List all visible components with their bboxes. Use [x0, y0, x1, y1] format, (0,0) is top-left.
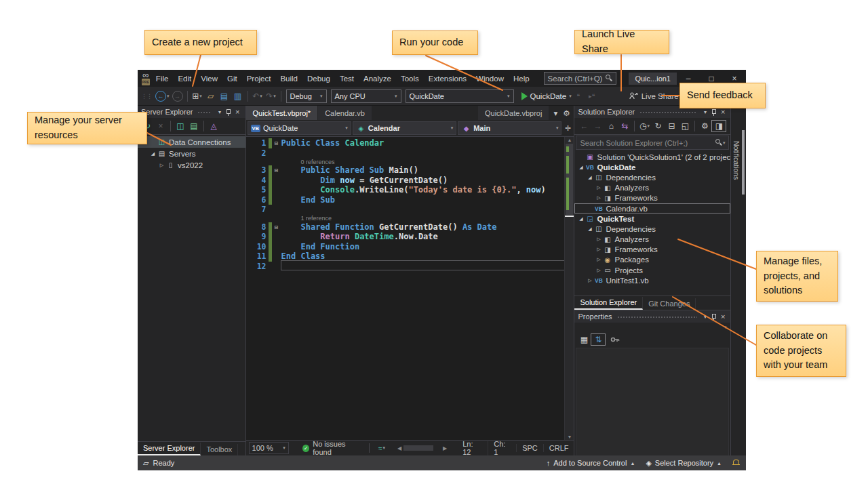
collapsed-arrow-icon[interactable]: ▷: [158, 163, 165, 168]
window-position-chevron-icon[interactable]: ▾: [704, 314, 707, 320]
menu-item-analyze[interactable]: Analyze: [359, 72, 396, 85]
hot-reload-icon[interactable]: ❝: [573, 90, 584, 102]
outlining-collapse-icon[interactable]: ⊟: [272, 167, 281, 174]
issues-label[interactable]: No issues found: [313, 440, 363, 456]
collapsed-arrow-icon[interactable]: ▷: [595, 195, 602, 201]
tree-item-vs2022[interactable]: ▷▯vs2022: [138, 159, 245, 171]
menu-item-edit[interactable]: Edit: [173, 72, 196, 85]
line-ending-indicator[interactable]: CRLF: [543, 444, 574, 452]
dock-tab-git-changes[interactable]: Git Changes: [643, 298, 696, 310]
tree-item-data-connections[interactable]: ◫Data Connections: [138, 136, 245, 148]
document-health-icon[interactable]: ≈▾: [376, 442, 387, 454]
tree-item-packages[interactable]: ▷◉Packages: [574, 255, 730, 265]
connect-to-server-icon[interactable]: ▤: [189, 120, 199, 132]
editor-options-gear-icon[interactable]: ⚙: [563, 108, 570, 118]
tree-item-analyzers[interactable]: ▷◧Analyzers: [574, 183, 730, 193]
collapse-all-icon[interactable]: ⊟: [666, 120, 677, 132]
menu-item-extensions[interactable]: Extensions: [424, 72, 471, 85]
add-to-source-control-button[interactable]: ↑ Add to Source Control▲: [547, 459, 635, 467]
sync-with-active-document-icon[interactable]: ⇆: [619, 120, 630, 132]
tree-item-frameworks[interactable]: ▷◨Frameworks: [574, 193, 730, 203]
save-all-button[interactable]: ▥: [233, 90, 243, 102]
menu-item-build[interactable]: Build: [275, 72, 302, 85]
home-icon[interactable]: ⌂: [606, 120, 616, 132]
nav-dropdown-quickdate[interactable]: VBQuickDate▾: [248, 121, 351, 135]
menu-item-window[interactable]: Window: [471, 72, 509, 85]
preview-selected-items-icon[interactable]: ◨: [711, 120, 726, 132]
menu-item-file[interactable]: File: [151, 72, 174, 85]
solution-configuration-dropdown[interactable]: Debug▾: [286, 89, 327, 103]
pin-icon[interactable]: [711, 108, 717, 116]
nav-dropdown-calendar[interactable]: ◈Calendar▾: [353, 121, 456, 135]
expanded-arrow-icon[interactable]: ◢: [577, 165, 585, 170]
select-repository-button[interactable]: ◈ Select Repository▲: [646, 459, 722, 468]
close-panel-icon[interactable]: ×: [235, 108, 239, 116]
live-share-label[interactable]: Live Share: [642, 92, 679, 100]
show-all-files-icon[interactable]: ◱: [679, 120, 690, 132]
editor-horizontal-scrollbar[interactable]: ◀▶: [395, 445, 449, 451]
scroll-down-icon[interactable]: ▼: [565, 434, 574, 439]
expanded-arrow-icon[interactable]: ◢: [577, 216, 585, 222]
new-project-button[interactable]: ⊞▾: [192, 90, 203, 102]
undo-button[interactable]: ↶▾: [252, 90, 263, 102]
menu-item-test[interactable]: Test: [335, 72, 359, 85]
collapsed-arrow-icon[interactable]: ▷: [595, 268, 602, 273]
tree-item-dependencies[interactable]: ◢◫Dependencies: [574, 172, 730, 182]
tree-item-quicktest[interactable]: ◢◲QuickTest: [574, 214, 730, 224]
dock-tab-solution-explorer[interactable]: Solution Explorer: [574, 297, 643, 310]
menu-item-debug[interactable]: Debug: [302, 72, 335, 85]
window-position-chevron-icon[interactable]: ▾: [218, 109, 221, 115]
editor-vertical-scrollbar[interactable]: ▲ ▼: [564, 137, 574, 440]
zoom-level-dropdown[interactable]: 100 %▾: [249, 442, 289, 454]
start-debugging-button[interactable]: [521, 92, 528, 100]
close-panel-icon[interactable]: ×: [721, 108, 725, 116]
outlining-collapse-icon[interactable]: ⊟: [272, 224, 281, 230]
quick-search-input[interactable]: Search (Ctrl+Q): [544, 72, 617, 85]
expanded-arrow-icon[interactable]: ◢: [586, 175, 593, 180]
refresh-icon[interactable]: ↻: [652, 120, 663, 132]
dock-tab-server-explorer[interactable]: Server Explorer: [138, 443, 201, 455]
notifications-bell-icon[interactable]: [732, 460, 739, 466]
tree-item-unittest1-vb[interactable]: ▷VBUnitTest1.vb: [574, 275, 730, 285]
property-pages-icon[interactable]: [610, 335, 620, 344]
live-share-icon[interactable]: [629, 92, 639, 100]
scroll-up-icon[interactable]: ▲: [565, 138, 574, 142]
expanded-arrow-icon[interactable]: ◢: [586, 226, 593, 232]
search-options-chevron-icon[interactable]: ▾: [723, 140, 726, 146]
line-indicator[interactable]: Ln: 12: [457, 440, 488, 456]
save-button[interactable]: ▤: [219, 90, 230, 102]
tree-item-servers[interactable]: ◢▤Servers: [138, 148, 245, 159]
navigate-forward-button[interactable]: →: [172, 90, 183, 102]
solution-platform-dropdown[interactable]: Any CPU▾: [331, 89, 401, 103]
tab-list-chevron-icon[interactable]: ▾: [553, 108, 557, 118]
tree-item-projects[interactable]: ▷▭Projects: [574, 265, 730, 275]
connect-to-database-icon[interactable]: ◫: [175, 120, 186, 132]
run-button-label[interactable]: QuickDate: [530, 92, 567, 100]
tree-item-analyzers[interactable]: ▷◧Analyzers: [574, 235, 730, 245]
document-tab-quicktest-vbproj-[interactable]: QuickTest.vbproj*: [246, 106, 318, 120]
close-panel-icon[interactable]: ×: [721, 312, 725, 321]
tree-item-solution-quicksolution1-2-of-2-projects-[interactable]: ▣Solution 'QuickSolution1' (2 of 2 proje…: [574, 152, 730, 162]
document-tab-calendar-vb[interactable]: Calendar.vb: [318, 106, 372, 120]
run-options-chevron-icon[interactable]: ▾: [569, 94, 572, 99]
nav-dropdown-main[interactable]: ◆Main▾: [458, 121, 561, 135]
add-sharepoint-connection-icon[interactable]: ◬: [208, 120, 219, 132]
menu-item-help[interactable]: Help: [509, 72, 534, 85]
column-indicator[interactable]: Ch: 1: [488, 440, 516, 456]
code-editor[interactable]: 1⊟Public Class Calendar20 references3⊟ P…: [246, 137, 565, 440]
outlining-collapse-icon[interactable]: ⊟: [272, 140, 281, 146]
indent-mode-indicator[interactable]: SPC: [516, 444, 543, 452]
dock-tab-toolbox[interactable]: Toolbox: [201, 444, 238, 455]
collapsed-arrow-icon[interactable]: ▷: [595, 247, 602, 252]
collapsed-arrow-icon[interactable]: ▷: [586, 278, 593, 283]
expanded-arrow-icon[interactable]: ◢: [149, 151, 157, 157]
codelens-references[interactable]: 0 references: [281, 159, 335, 165]
redo-button[interactable]: ↷▾: [266, 90, 277, 102]
collapsed-arrow-icon[interactable]: ▷: [595, 185, 602, 190]
open-file-button[interactable]: ▱: [205, 90, 216, 102]
categorized-view-icon[interactable]: ▦: [578, 333, 589, 346]
document-tab-preview[interactable]: QuickDate.vbproj: [478, 106, 549, 120]
object-dropdown-chevron-icon[interactable]: ▾: [724, 325, 727, 330]
window-edge-scrollbar[interactable]: [742, 130, 745, 195]
toolbar-grip[interactable]: ⋮⋮: [141, 93, 152, 100]
